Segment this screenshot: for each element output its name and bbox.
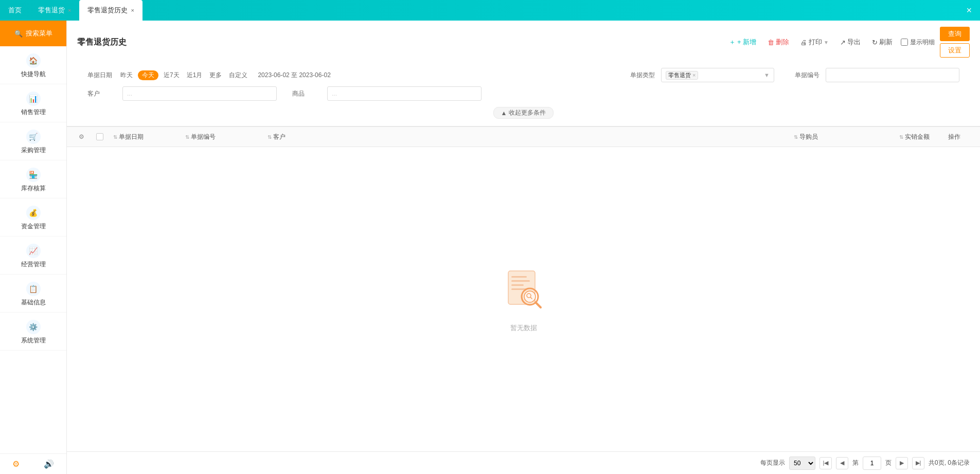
sidebar-search-button[interactable]: 🔍 搜索菜单 xyxy=(0,21,66,46)
column-settings-icon[interactable]: ⚙ xyxy=(79,133,84,140)
new-icon: ＋ xyxy=(729,38,736,47)
delete-button[interactable]: 🗑 删除 xyxy=(764,36,792,48)
total-record-label: 共0页, 0条记录 xyxy=(929,459,970,467)
sidebar-item-purchase-label: 采购管理 xyxy=(21,146,46,155)
first-page-button[interactable]: |◀ xyxy=(819,457,832,469)
doc-type-tag: 零售退货 × xyxy=(666,71,698,80)
date-opt-custom[interactable]: 自定义 xyxy=(227,70,250,80)
next-page-button[interactable]: ▶ xyxy=(896,457,908,469)
date-opt-today[interactable]: 今天 xyxy=(138,70,158,80)
sidebar-item-quick-nav-label: 快捷导航 xyxy=(21,70,46,79)
operations-icon: 📈 xyxy=(26,244,41,258)
prev-page-button[interactable]: ◀ xyxy=(836,457,848,469)
tab-bar: 首页 零售退货 × 零售退货历史 × xyxy=(0,0,958,21)
customer-input[interactable] xyxy=(122,86,277,101)
th-date: ⇅ 单据日期 xyxy=(109,133,181,141)
sidebar-item-basic-info[interactable]: 📋 基础信息 xyxy=(0,275,66,313)
sidebar-item-system[interactable]: ⚙️ 系统管理 xyxy=(0,313,66,351)
goods-input[interactable] xyxy=(327,86,482,101)
show-detail-toggle[interactable]: 显示明细 xyxy=(901,38,935,47)
sort-date-icon[interactable]: ⇅ xyxy=(113,134,117,140)
sort-customer-icon[interactable]: ⇅ xyxy=(268,134,272,140)
delete-label: 删除 xyxy=(776,38,789,47)
doc-type-chevron-icon: ▼ xyxy=(764,72,770,78)
svg-line-7 xyxy=(536,302,541,307)
collapse-bar: ▲ 收起更多条件 xyxy=(87,105,959,123)
top-bar: 首页 零售退货 × 零售退货历史 × × xyxy=(0,0,980,21)
customer-filter-group: 客户 xyxy=(87,86,277,101)
empty-illustration xyxy=(498,266,549,317)
th-docno: ⇅ 单据编号 xyxy=(181,133,263,141)
sidebar-item-sales[interactable]: 📊 销售管理 xyxy=(0,84,66,122)
query-button[interactable]: 查询 xyxy=(940,27,970,41)
new-button[interactable]: ＋ + 新增 xyxy=(726,36,759,48)
svg-rect-3 xyxy=(511,284,524,286)
header-checkbox[interactable] xyxy=(96,133,103,140)
show-detail-checkbox[interactable] xyxy=(901,39,908,46)
settings-button[interactable]: 设置 xyxy=(940,43,970,58)
settings-gear-icon[interactable]: ⚙ xyxy=(12,459,20,469)
sidebar-item-finance-label: 资金管理 xyxy=(21,222,46,231)
sidebar: 🔍 搜索菜单 🏠 快捷导航 📊 销售管理 🛒 采购管理 🏪 库存核算 💰 资金管… xyxy=(0,21,67,474)
page-label: 第 xyxy=(852,459,859,467)
page-number-input[interactable] xyxy=(863,457,881,470)
goods-filter-group: 商品 xyxy=(292,86,482,101)
sidebar-item-system-label: 系统管理 xyxy=(21,336,46,345)
date-opt-more[interactable]: 更多 xyxy=(207,70,224,80)
tab-home[interactable]: 首页 xyxy=(0,0,30,21)
th-amount: ⇅ 实销金额 xyxy=(872,133,934,141)
th-customer: ⇅ 客户 xyxy=(263,133,790,141)
date-opt-1month[interactable]: 近1月 xyxy=(185,70,205,80)
collapse-button[interactable]: ▲ 收起更多条件 xyxy=(493,107,554,119)
refresh-label: 刷新 xyxy=(879,38,893,47)
th-settings[interactable]: ⚙ xyxy=(72,133,91,140)
tab-retail-return-history-close[interactable]: × xyxy=(131,7,134,13)
th-checkbox[interactable] xyxy=(91,133,109,140)
tab-retail-return[interactable]: 零售退货 × xyxy=(30,0,79,21)
svg-rect-1 xyxy=(511,276,527,278)
refresh-button[interactable]: ↻ 刷新 xyxy=(869,36,896,48)
page-header: 零售退货历史 ＋ + 新增 🗑 删除 🖨 打印 ▼ xyxy=(67,21,980,126)
goods-label: 商品 xyxy=(292,89,323,98)
date-opt-yesterday[interactable]: 昨天 xyxy=(118,70,135,80)
filter-row-2: 客户 商品 xyxy=(87,86,959,101)
audio-icon[interactable]: 🔊 xyxy=(44,459,54,469)
date-opt-7days[interactable]: 近7天 xyxy=(162,70,182,80)
doc-no-input[interactable] xyxy=(826,68,959,82)
tab-retail-return-close[interactable]: × xyxy=(68,7,71,13)
print-button[interactable]: 🖨 打印 ▼ xyxy=(797,36,832,48)
sidebar-item-purchase[interactable]: 🛒 采购管理 xyxy=(0,122,66,160)
doc-type-select[interactable]: 零售退货 × ▼ xyxy=(661,68,774,82)
pagination: 每页显示 50 10 20 100 |◀ ◀ 第 页 ▶ ▶| 共0页, 0条记… xyxy=(67,451,980,474)
sidebar-item-inventory[interactable]: 🏪 库存核算 xyxy=(0,160,66,198)
sidebar-item-operations[interactable]: 📈 经营管理 xyxy=(0,236,66,275)
date-options: 昨天 今天 近7天 近1月 更多 自定义 xyxy=(118,70,250,80)
date-range-display: 2023-06-02 至 2023-06-02 xyxy=(258,71,330,80)
page-unit: 页 xyxy=(885,459,892,467)
sidebar-item-quick-nav[interactable]: 🏠 快捷导航 xyxy=(0,46,66,84)
last-page-button[interactable]: ▶| xyxy=(912,457,924,469)
page-title: 零售退货历史 xyxy=(77,37,127,48)
filter-area: 单据日期 昨天 今天 近7天 近1月 更多 自定义 2023-06-02 至 2… xyxy=(77,63,970,126)
sidebar-item-finance[interactable]: 💰 资金管理 xyxy=(0,198,66,236)
main-layout: 🔍 搜索菜单 🏠 快捷导航 📊 销售管理 🛒 采购管理 🏪 库存核算 💰 资金管… xyxy=(0,21,980,474)
inventory-icon: 🏪 xyxy=(26,168,41,182)
sort-guide-icon[interactable]: ⇅ xyxy=(794,134,798,140)
basic-info-icon: 📋 xyxy=(26,282,41,296)
sidebar-item-sales-label: 销售管理 xyxy=(21,108,46,117)
page-title-row: 零售退货历史 ＋ + 新增 🗑 删除 🖨 打印 ▼ xyxy=(77,27,970,58)
date-label: 单据日期 xyxy=(87,71,118,80)
doc-type-tag-close[interactable]: × xyxy=(692,72,696,78)
th-docno-label: 单据编号 xyxy=(191,133,216,141)
per-page-select[interactable]: 50 10 20 100 xyxy=(789,457,815,470)
quick-nav-icon: 🏠 xyxy=(26,53,41,68)
sort-amount-icon[interactable]: ⇅ xyxy=(899,134,903,140)
sort-docno-icon[interactable]: ⇅ xyxy=(185,134,189,140)
export-button[interactable]: ↗ 导出 xyxy=(837,36,864,48)
svg-rect-2 xyxy=(511,280,530,282)
print-chevron-icon: ▼ xyxy=(824,40,829,45)
tab-retail-return-label: 零售退货 xyxy=(38,6,65,15)
collapse-icon: ▲ xyxy=(501,110,507,117)
window-close-button[interactable]: × xyxy=(958,5,980,16)
tab-retail-return-history[interactable]: 零售退货历史 × xyxy=(79,0,142,21)
